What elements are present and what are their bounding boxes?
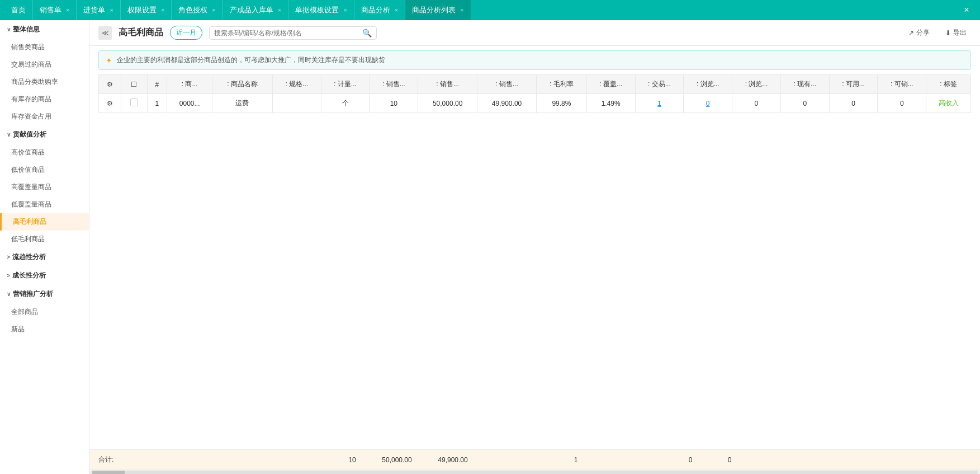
cell-sales-cost: 49,900.00 — [477, 94, 537, 113]
nav-template[interactable]: 单据模板设置 × — [288, 0, 354, 20]
cell-tag: 高收入 — [926, 94, 971, 113]
table-container: ⚙ ☐ # : 商... : 商品名称 : 规格... : 计量... : 销售… — [89, 74, 980, 449]
cell-spec — [272, 94, 321, 113]
sidebar: ∨ 整体信息 销售类商品 交易过的商品 商品分类助购率 有库存的商品 库存资金占… — [0, 20, 89, 474]
sidebar-item-low-value[interactable]: 低价值商品 — [0, 161, 89, 179]
close-icon[interactable]: × — [212, 7, 215, 13]
sidebar-item-high-coverage[interactable]: 高覆盖量商品 — [0, 179, 89, 196]
close-icon[interactable]: × — [460, 7, 463, 13]
sidebar-item-traded-goods[interactable]: 交易过的商品 — [0, 56, 89, 73]
cell-gross-margin: 99.8% — [537, 94, 587, 113]
col-coverage[interactable]: : 覆盖... — [586, 75, 635, 94]
nav-sales[interactable]: 销售单 × — [33, 0, 77, 20]
sidebar-group-marketing[interactable]: ∨ 营销推广分析 — [0, 285, 89, 303]
cell-check[interactable] — [121, 94, 148, 113]
close-icon[interactable]: × — [395, 7, 398, 13]
col-available[interactable]: : 可用... — [829, 75, 878, 94]
top-nav: 首页 销售单 × 进货单 × 权限设置 × 角色授权 × 产成品入库单 × 单据… — [0, 0, 980, 20]
close-icon[interactable]: × — [110, 7, 113, 13]
chevron-right-icon: > — [7, 254, 10, 260]
search-box: 🔍 — [209, 26, 377, 40]
nav-permission[interactable]: 权限设置 × — [121, 0, 172, 20]
cell-views2: 0 — [732, 94, 781, 113]
content-area: ≪ 高毛利商品 近一月 🔍 ↗ 分享 ⬇ 导出 — [89, 20, 980, 474]
page-title: 高毛利商品 — [119, 27, 163, 39]
col-check[interactable]: ☐ — [121, 75, 148, 94]
chevron-down-icon: ∨ — [7, 291, 11, 297]
col-num: # — [147, 75, 167, 94]
cell-transactions: 1 — [635, 94, 684, 113]
nav-analysis-list[interactable]: 商品分析列表 × — [405, 0, 471, 20]
scrollbar-track — [92, 471, 978, 474]
col-sellable[interactable]: : 可销... — [878, 75, 926, 94]
col-sales-cost[interactable]: : 销售... — [477, 75, 537, 94]
col-unit[interactable]: : 计量... — [321, 75, 370, 94]
search-icon[interactable]: 🔍 — [362, 29, 372, 37]
filter-recent-month[interactable]: 近一月 — [170, 26, 202, 40]
sidebar-item-sales-goods[interactable]: 销售类商品 — [0, 39, 89, 56]
scrollbar-thumb[interactable] — [92, 471, 125, 474]
sidebar-group-trend[interactable]: > 流趋性分析 — [0, 248, 89, 266]
chevron-down-icon: ∨ — [7, 26, 11, 32]
col-code[interactable]: : 商... — [167, 75, 212, 94]
col-gross-margin[interactable]: : 毛利率 — [537, 75, 587, 94]
table-row: ⚙ 1 0000... 运费 个 10 50,000.00 49,900.00 … — [99, 94, 971, 113]
info-icon: ✦ — [106, 56, 112, 65]
cell-num: 1 — [147, 94, 167, 113]
sidebar-group-contribution[interactable]: ∨ 贡献值分析 — [0, 125, 89, 144]
export-button[interactable]: ⬇ 导出 — [941, 26, 971, 40]
sidebar-group-growth[interactable]: > 成长性分析 — [0, 266, 89, 285]
cell-code: 0000... — [167, 94, 212, 113]
close-icon[interactable]: × — [278, 7, 281, 13]
sidebar-item-all-goods[interactable]: 全部商品 — [0, 303, 89, 321]
sidebar-item-category-rate[interactable]: 商品分类助购率 — [0, 73, 89, 91]
header-actions: ↗ 分享 ⬇ 导出 — [904, 26, 971, 40]
col-views2[interactable]: : 浏览... — [732, 75, 781, 94]
content-header: ≪ 高毛利商品 近一月 🔍 ↗ 分享 ⬇ 导出 — [89, 20, 980, 46]
close-icon[interactable]: × — [161, 7, 164, 13]
sidebar-group-overall[interactable]: ∨ 整体信息 — [0, 20, 89, 39]
cell-available: 0 — [829, 94, 878, 113]
share-icon: ↗ — [908, 29, 914, 37]
nav-home[interactable]: 首页 — [4, 0, 33, 20]
close-icon[interactable]: × — [343, 7, 347, 13]
col-sales-amount[interactable]: : 销售... — [418, 75, 477, 94]
nav-inbound[interactable]: 产成品入库单 × — [223, 0, 288, 20]
sidebar-item-stock-capital[interactable]: 库存资金占用 — [0, 108, 89, 125]
data-table: ⚙ ☐ # : 商... : 商品名称 : 规格... : 计量... : 销售… — [98, 74, 971, 113]
search-input[interactable] — [214, 29, 360, 37]
cell-gear[interactable]: ⚙ — [99, 94, 121, 113]
nav-role[interactable]: 角色授权 × — [172, 0, 222, 20]
cell-sales-qty: 10 — [370, 94, 418, 113]
sidebar-item-in-stock[interactable]: 有库存的商品 — [0, 91, 89, 108]
cell-sales-amount: 50,000.00 — [418, 94, 477, 113]
cell-coverage: 1.49% — [586, 94, 635, 113]
sidebar-item-low-margin[interactable]: 低毛利商品 — [0, 231, 89, 248]
col-sales-qty[interactable]: : 销售... — [370, 75, 418, 94]
cell-current-stock: 0 — [780, 94, 829, 113]
nav-analysis[interactable]: 商品分析 × — [354, 0, 405, 20]
close-all-button[interactable]: × — [958, 1, 976, 19]
share-button[interactable]: ↗ 分享 — [904, 26, 934, 40]
sidebar-item-high-value[interactable]: 高价值商品 — [0, 144, 89, 161]
sidebar-item-high-margin[interactable]: 高毛利商品 — [0, 213, 89, 231]
cell-name: 运费 — [212, 94, 273, 113]
col-current-stock[interactable]: : 现有... — [780, 75, 829, 94]
col-spec[interactable]: : 规格... — [272, 75, 321, 94]
collapse-button[interactable]: ≪ — [98, 26, 112, 40]
col-name[interactable]: : 商品名称 — [212, 75, 273, 94]
cell-sellable: 0 — [878, 94, 926, 113]
horizontal-scrollbar[interactable] — [89, 470, 980, 474]
col-gear[interactable]: ⚙ — [99, 75, 121, 94]
cell-views1: 0 — [684, 94, 732, 113]
col-transactions[interactable]: : 交易... — [635, 75, 684, 94]
nav-purchase[interactable]: 进货单 × — [77, 0, 120, 20]
table-body: ⚙ 1 0000... 运费 个 10 50,000.00 49,900.00 … — [99, 94, 971, 113]
col-views1[interactable]: : 浏览... — [684, 75, 732, 94]
close-icon[interactable]: × — [66, 7, 69, 13]
sidebar-item-low-coverage[interactable]: 低覆盖量商品 — [0, 196, 89, 213]
cell-unit: 个 — [321, 94, 370, 113]
footer-total: 合计: 10 50,000.00 49,900.00 1 0 0 — [89, 449, 980, 470]
sidebar-item-new-goods[interactable]: 新品 — [0, 321, 89, 338]
col-tag[interactable]: : 标签 — [926, 75, 971, 94]
